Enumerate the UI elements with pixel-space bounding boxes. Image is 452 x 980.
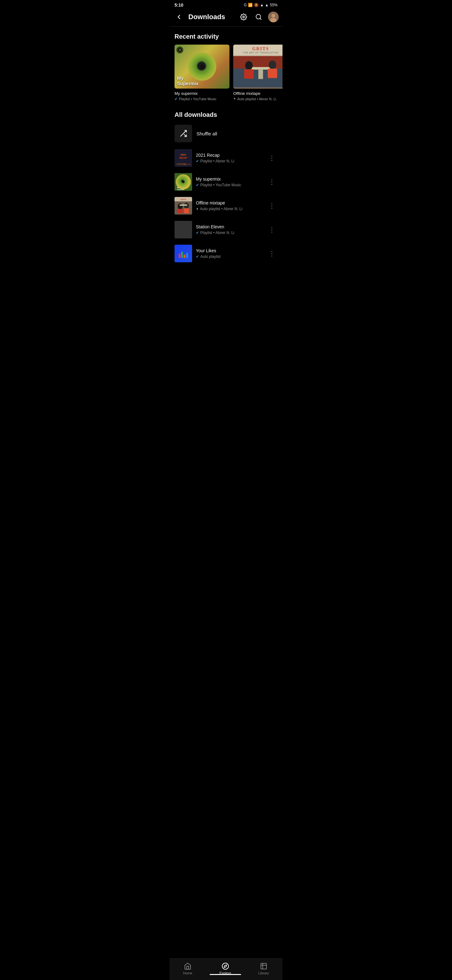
offline-mixtape-list-info: Offline mixtape ✦ Auto playlist • Abner …: [196, 200, 262, 211]
supermix-list-info: My supermix ✔ Playlist • YouTube Music: [196, 177, 262, 187]
shuffle-all-row[interactable]: Shuffle all: [170, 121, 282, 146]
offline-mixtape-list-star-icon: ✦: [196, 207, 199, 211]
settings-button[interactable]: [238, 11, 249, 22]
recap-more-button[interactable]: ⋮: [266, 153, 278, 163]
recap-name: 2021 Recap: [196, 153, 262, 158]
download-item-supermix[interactable]: My Supermix My supermix ✔ Playlist • You…: [170, 170, 282, 194]
mute-icon: 🔕: [254, 3, 259, 7]
download-item-your-likes[interactable]: Your Likes ✔ Auto playlist ⋮: [170, 242, 282, 266]
supermix-list-sub: ✔ Playlist • YouTube Music: [196, 183, 262, 187]
grits-title: GRITS: [235, 46, 282, 51]
your-likes-thumb: [174, 245, 192, 262]
recent-card-supermix[interactable]: MySupermix My supermix ✔ Playlist • YouT…: [174, 45, 230, 101]
svg-rect-36: [179, 204, 187, 206]
supermix-label: MySupermix: [177, 75, 198, 86]
offline-mixtape-card-title: Offline mixtape: [233, 91, 282, 96]
status-time: 5:10: [174, 3, 183, 8]
supermix-card-title: My supermix: [174, 91, 230, 96]
page-title: Downloads: [188, 13, 234, 21]
station-eleven-check-icon: ✔: [196, 231, 199, 235]
supermix-disc-center: [200, 64, 205, 69]
likes-bar-4: [186, 253, 188, 258]
svg-point-4: [271, 14, 275, 18]
recap-thumb: 2021 RECAP CAP2021 RECAP: [174, 149, 192, 167]
svg-point-12: [245, 61, 253, 70]
grits-header: GRITS THE ART OF TRANSLATION: [233, 45, 282, 55]
svg-point-32: [178, 203, 183, 210]
svg-text:Supermix: Supermix: [177, 188, 184, 190]
recent-activity-title: Recent activity: [170, 27, 282, 45]
supermix-card-sub: ✔ Playlist • YouTube Music: [174, 97, 230, 101]
likes-bars: [179, 249, 188, 258]
supermix-check-icon: ✔: [174, 97, 178, 101]
top-bar: Downloads: [170, 9, 282, 26]
station-eleven-info: Station Eleven ✔ Playlist • Abner N. Li: [196, 224, 262, 235]
grits-subtitle: THE ART OF TRANSLATION: [235, 51, 282, 54]
likes-bar-1: [179, 253, 181, 258]
svg-text:RECAP: RECAP: [184, 163, 190, 165]
svg-line-2: [260, 18, 261, 19]
back-button[interactable]: [173, 11, 185, 22]
svg-text:2021: 2021: [181, 153, 186, 156]
svg-rect-15: [268, 69, 277, 78]
your-likes-check-icon: ✔: [196, 255, 199, 259]
supermix-list-thumb: My Supermix: [174, 173, 192, 191]
shuffle-label: Shuffle all: [197, 131, 217, 136]
recap-info: 2021 Recap ✔ Playlist • Abner N. Li: [196, 153, 262, 163]
supermix-list-name: My supermix: [196, 177, 262, 181]
station-eleven-name: Station Eleven: [196, 224, 262, 229]
offline-mixtape-list-name: Offline mixtape: [196, 200, 262, 205]
supermix-list-check-icon: ✔: [196, 183, 199, 187]
signal-icon: ▲: [265, 3, 269, 7]
download-item-station-eleven[interactable]: Station Eleven ✔ Playlist • Abner N. Li …: [170, 218, 282, 242]
avatar[interactable]: [268, 12, 279, 22]
content-area: Recent activity MySupermix My supermix ✔…: [170, 27, 282, 291]
recent-card-offline-mixtape[interactable]: GRITS THE ART OF TRANSLATION: [233, 45, 282, 101]
svg-point-0: [243, 16, 244, 18]
offline-mixtape-list-thumb: GRITS: [174, 197, 192, 215]
likes-bar-3: [184, 255, 186, 258]
download-item-offline-mixtape[interactable]: GRITS Offline mixtape ✦ Auto playlist • …: [170, 194, 282, 218]
svg-rect-35: [184, 208, 189, 213]
bluetooth-icon: 📶: [248, 3, 253, 7]
supermix-thumb: MySupermix: [174, 45, 230, 89]
shuffle-icon-container: [174, 125, 192, 142]
svg-rect-13: [244, 69, 254, 79]
battery-icon: 55%: [270, 3, 278, 7]
likes-bar-2: [181, 251, 183, 258]
svg-point-14: [269, 60, 276, 69]
your-likes-name: Your Likes: [196, 248, 262, 253]
offline-mixtape-card-sub: ✦ Auto playlist • Abner N. Li: [233, 97, 282, 101]
play-icon: [176, 46, 183, 53]
svg-rect-11: [259, 70, 263, 79]
recent-activity-scroll[interactable]: MySupermix My supermix ✔ Playlist • YouT…: [170, 45, 282, 106]
offline-mixtape-star-icon: ✦: [233, 97, 236, 101]
status-bar: 5:10 G 📶 🔕 ▲ ▲ 55%: [170, 0, 282, 9]
offline-mixtape-list-more-button[interactable]: ⋮: [266, 201, 278, 211]
status-icons: G 📶 🔕 ▲ ▲ 55%: [244, 3, 278, 7]
your-likes-more-button[interactable]: ⋮: [266, 248, 278, 259]
google-icon: G: [244, 3, 247, 7]
svg-point-25: [182, 181, 185, 183]
grits-scene: [233, 55, 282, 89]
recap-sub: ✔ Playlist • Abner N. Li: [196, 159, 262, 163]
your-likes-info: Your Likes ✔ Auto playlist: [196, 248, 262, 259]
download-item-recap[interactable]: 2021 RECAP CAP2021 RECAP 2021 Recap ✔ Pl…: [170, 146, 282, 170]
station-eleven-more-button[interactable]: ⋮: [266, 224, 278, 235]
station-eleven-thumb: [174, 221, 192, 239]
svg-rect-33: [178, 209, 183, 213]
svg-text:RECAP: RECAP: [179, 157, 187, 159]
svg-rect-10: [251, 67, 271, 70]
recap-check-icon: ✔: [196, 159, 199, 163]
all-downloads-title: All downloads: [170, 106, 282, 121]
svg-rect-31: [174, 201, 192, 215]
grits-thumb-container: GRITS THE ART OF TRANSLATION: [233, 45, 282, 89]
search-button[interactable]: [253, 11, 264, 22]
station-eleven-sub: ✔ Playlist • Abner N. Li: [196, 231, 262, 235]
supermix-list-more-button[interactable]: ⋮: [266, 177, 278, 187]
your-likes-sub: ✔ Auto playlist: [196, 255, 262, 259]
offline-mixtape-list-sub: ✦ Auto playlist • Abner N. Li: [196, 207, 262, 211]
svg-text:GRITS: GRITS: [181, 199, 186, 200]
wifi-icon: ▲: [260, 3, 264, 7]
